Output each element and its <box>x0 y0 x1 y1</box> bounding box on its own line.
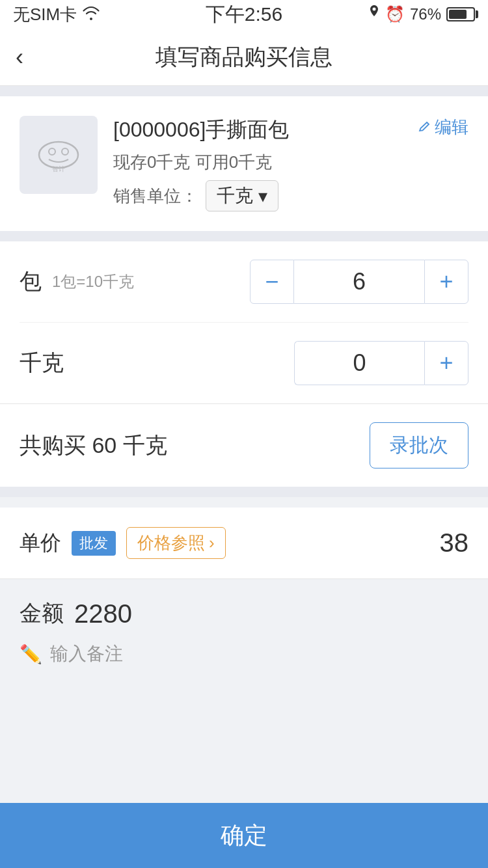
total-label: 共购买 60 千克 <box>20 431 167 461</box>
record-batch-button[interactable]: 录批次 <box>370 422 468 468</box>
divider-top <box>0 86 488 96</box>
bao-input[interactable] <box>294 260 424 304</box>
kg-qty-control: + <box>294 341 468 385</box>
product-logo: 智计 <box>36 132 81 178</box>
price-tag: 批发 <box>72 531 116 556</box>
unit-select[interactable]: 千克 ▾ <box>206 180 278 211</box>
kg-quantity-row: 千克 + <box>20 323 468 403</box>
battery-icon <box>446 7 475 21</box>
price-left: 单价 批发 价格参照 › <box>20 527 226 559</box>
divider-product <box>0 231 488 241</box>
status-time: 下午2:56 <box>206 1 282 28</box>
battery-percent: 76% <box>410 5 441 23</box>
edit-icon <box>418 120 432 135</box>
divider-total <box>0 487 488 497</box>
product-unit-row: 销售单位： 千克 ▾ <box>113 180 468 211</box>
edit-link[interactable]: 编辑 <box>418 116 468 139</box>
product-info: [0000006]手撕面包 编辑 现存0千克 可用0千克 销售单位： 千克 ▾ <box>113 116 468 211</box>
total-section: 共购买 60 千克 录批次 <box>0 404 488 487</box>
svg-point-2 <box>62 148 68 155</box>
bao-label: 包 1包=10千克 <box>20 267 134 297</box>
product-card: 智计 [0000006]手撕面包 编辑 现存0千克 可用0千克 销售单位： 千克… <box>0 96 488 231</box>
wifi-icon <box>82 5 100 25</box>
amount-label: 金额 <box>20 599 64 629</box>
page-title: 填写商品购买信息 <box>156 42 332 72</box>
status-right: ⏰ 76% <box>368 5 475 23</box>
quantity-section: 包 1包=10千克 − + 千克 + <box>0 241 488 403</box>
svg-point-1 <box>49 148 55 155</box>
location-icon <box>368 5 380 23</box>
product-stock: 现存0千克 可用0千克 <box>113 151 468 174</box>
bao-hint: 1包=10千克 <box>52 271 134 292</box>
unit-value: 千克 <box>217 183 253 208</box>
price-label: 单价 <box>20 529 61 558</box>
unit-label: 销售单位： <box>113 185 198 208</box>
nav-bar: ‹ 填写商品购买信息 <box>0 29 488 86</box>
price-value: 38 <box>440 528 469 558</box>
amount-value: 2280 <box>74 599 132 629</box>
product-title-row: [0000006]手撕面包 编辑 <box>113 116 468 144</box>
status-bar: 无SIM卡 下午2:56 ⏰ 76% <box>0 0 488 29</box>
unit-chevron-icon: ▾ <box>258 185 267 207</box>
note-edit-icon: ✏️ <box>20 644 42 665</box>
bao-plus-button[interactable]: + <box>424 260 468 304</box>
price-section: 单价 批发 价格参照 › 38 <box>0 508 488 578</box>
amount-row: 金额 2280 <box>20 599 468 629</box>
kg-label: 千克 <box>20 348 64 378</box>
product-image: 智计 <box>20 116 98 194</box>
carrier-label: 无SIM卡 <box>13 3 77 26</box>
amount-section: 金额 2280 ✏️ 输入备注 <box>0 579 488 679</box>
kg-input[interactable] <box>294 341 424 385</box>
kg-plus-button[interactable]: + <box>424 341 468 385</box>
svg-point-0 <box>39 142 78 168</box>
bao-quantity-row: 包 1包=10千克 − + <box>20 241 468 323</box>
product-name: [0000006]手撕面包 <box>113 116 289 144</box>
status-left: 无SIM卡 <box>13 3 100 26</box>
price-ref-button[interactable]: 价格参照 › <box>126 527 226 559</box>
confirm-button[interactable]: 确定 <box>0 803 488 868</box>
bao-minus-button[interactable]: − <box>250 260 294 304</box>
back-button[interactable]: ‹ <box>16 44 23 71</box>
price-ref-arrow-icon: › <box>209 533 215 553</box>
note-placeholder[interactable]: 输入备注 <box>50 642 123 666</box>
alarm-icon: ⏰ <box>385 5 405 23</box>
bao-qty-control: − + <box>250 260 468 304</box>
note-row[interactable]: ✏️ 输入备注 <box>20 642 468 666</box>
svg-text:智计: 智计 <box>52 165 65 172</box>
